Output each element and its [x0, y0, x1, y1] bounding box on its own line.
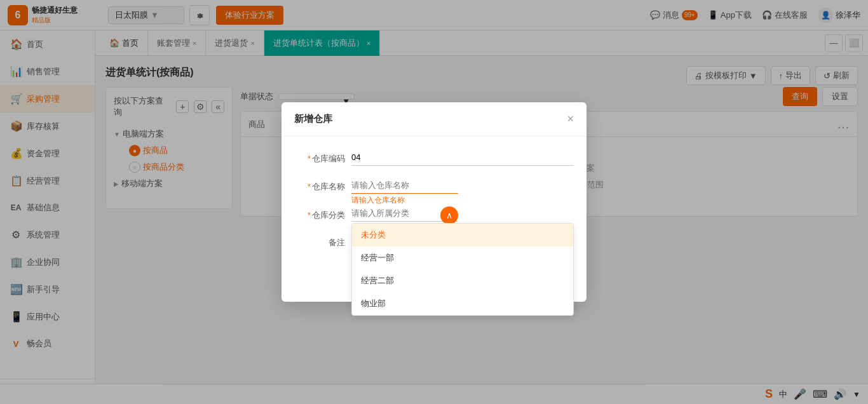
code-input[interactable] [351, 149, 574, 166]
category-label: 仓库分类 [294, 206, 345, 221]
category-toggle-btn[interactable]: ∧ [440, 206, 458, 224]
dialog-body: 仓库编码 仓库名称 请输入仓库名称 仓库分类 ∧ [281, 137, 587, 250]
name-error-tip: 请输入仓库名称 [351, 195, 405, 206]
chevron-up-icon: ∧ [446, 210, 452, 220]
dropdown-item-ops1[interactable]: 经营一部 [352, 246, 573, 269]
form-row-name: 仓库名称 请输入仓库名称 [294, 177, 574, 194]
name-label: 仓库名称 [294, 177, 345, 192]
code-label: 仓库编码 [294, 149, 345, 165]
form-row-code: 仓库编码 [294, 149, 574, 166]
dropdown-item-ops2[interactable]: 经营二部 [352, 269, 573, 292]
dialog-overlay: 新增仓库 × 仓库编码 仓库名称 请输入仓库名称 仓库分类 [0, 0, 868, 404]
dialog-close-btn[interactable]: × [567, 112, 574, 126]
name-input[interactable] [351, 177, 458, 194]
dialog-header: 新增仓库 × [281, 102, 587, 137]
note-label: 备注 [294, 233, 345, 248]
category-input-wrapper: ∧ [351, 205, 458, 222]
new-warehouse-dialog: 新增仓库 × 仓库编码 仓库名称 请输入仓库名称 仓库分类 [281, 102, 587, 302]
dialog-title: 新增仓库 [294, 113, 332, 125]
form-row-category: 仓库分类 ∧ 未分类 经营一部 经营二部 物业部 [294, 205, 574, 222]
dropdown-item-property[interactable]: 物业部 [352, 292, 573, 315]
dropdown-item-none[interactable]: 未分类 [352, 224, 573, 246]
category-dropdown: 未分类 经营一部 经营二部 物业部 [351, 223, 574, 316]
